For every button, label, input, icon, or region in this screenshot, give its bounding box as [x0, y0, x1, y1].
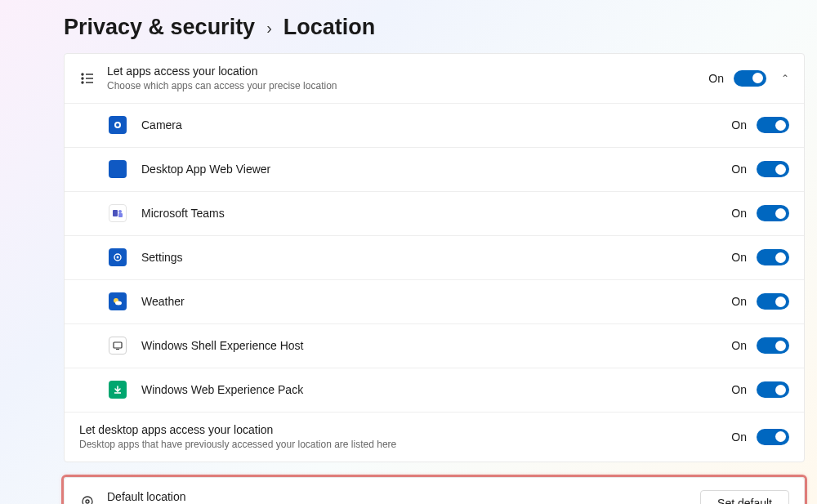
location-apps-card: Let apps access your location Choose whi… [64, 53, 805, 462]
app-status: On [731, 118, 747, 132]
app-toggle-teams[interactable] [757, 205, 789, 221]
breadcrumb-parent[interactable]: Privacy & security [64, 15, 255, 40]
header-status: On [708, 72, 724, 85]
svg-rect-8 [113, 210, 118, 216]
header-desc: Choose which apps can access your precis… [107, 80, 708, 93]
let-apps-access-row[interactable]: Let apps access your location Choose whi… [65, 54, 804, 104]
weather-icon [109, 292, 127, 310]
svg-point-2 [82, 78, 83, 79]
app-toggle-settings[interactable] [757, 249, 789, 265]
svg-rect-15 [114, 342, 122, 348]
desktop-apps-title: Let desktop apps access your location [79, 422, 731, 437]
app-status: On [731, 163, 747, 176]
location-pin-icon [79, 495, 96, 504]
app-name: Camera [141, 118, 731, 132]
app-icon [109, 160, 127, 178]
svg-rect-10 [118, 213, 123, 217]
app-name: Microsoft Teams [141, 206, 731, 221]
settings-icon [109, 248, 127, 266]
app-row-shell-experience: Windows Shell Experience Host On [65, 324, 804, 368]
app-row-desktop-web-viewer: Desktop App Web Viewer On [65, 148, 804, 192]
chevron-right-icon: › [266, 17, 272, 38]
svg-point-7 [116, 123, 119, 127]
breadcrumb: Privacy & security › Location [64, 15, 817, 53]
app-status: On [731, 251, 747, 264]
app-status: On [731, 295, 747, 308]
desktop-apps-toggle[interactable] [757, 429, 789, 445]
app-name: Windows Web Experience Pack [141, 382, 731, 397]
app-name: Settings [141, 250, 731, 265]
app-toggle-weather[interactable] [757, 293, 789, 310]
header-toggle[interactable] [734, 70, 766, 87]
svg-point-14 [115, 301, 122, 306]
app-status: On [731, 207, 747, 220]
app-status: On [731, 383, 747, 396]
teams-icon [109, 204, 127, 222]
svg-point-0 [82, 74, 83, 75]
app-row-teams: Microsoft Teams On [65, 192, 804, 236]
app-toggle-camera[interactable] [757, 117, 789, 133]
svg-point-12 [117, 256, 119, 259]
set-default-button[interactable]: Set default [700, 490, 789, 504]
svg-point-9 [118, 210, 122, 213]
app-status: On [731, 339, 747, 352]
app-name: Windows Shell Experience Host [141, 338, 731, 353]
app-name: Desktop App Web Viewer [141, 162, 731, 176]
app-row-settings: Settings On [65, 236, 804, 280]
svg-rect-16 [116, 349, 119, 350]
desktop-apps-row[interactable]: Let desktop apps access your location De… [65, 413, 804, 462]
breadcrumb-current: Location [283, 15, 376, 40]
camera-icon [109, 116, 127, 134]
app-toggle-desktop-web-viewer[interactable] [757, 161, 789, 177]
chevron-up-icon[interactable]: ⌃ [781, 73, 789, 84]
app-row-camera: Camera On [65, 104, 804, 148]
list-icon [79, 70, 96, 87]
svg-point-4 [82, 82, 83, 83]
app-toggle-shell-experience[interactable] [757, 337, 789, 354]
default-location-card: Default location Windows, apps, and serv… [64, 477, 805, 504]
header-title: Let apps access your location [107, 64, 708, 78]
web-experience-icon [109, 381, 127, 399]
svg-point-18 [86, 500, 89, 503]
app-name: Weather [141, 294, 731, 309]
default-location-title: Default location [107, 489, 700, 504]
app-row-web-experience: Windows Web Experience Pack On [65, 368, 804, 413]
shell-icon [109, 337, 127, 355]
desktop-apps-desc: Desktop apps that have previously access… [79, 439, 731, 452]
app-toggle-web-experience[interactable] [757, 381, 789, 398]
desktop-apps-status: On [731, 430, 747, 444]
app-row-weather: Weather On [65, 280, 804, 324]
